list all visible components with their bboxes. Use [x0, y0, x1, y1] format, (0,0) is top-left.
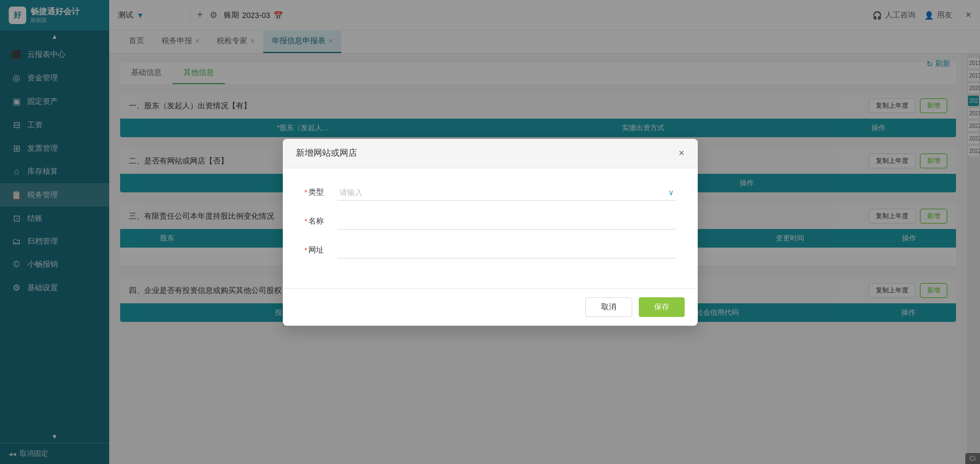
dialog-close-button[interactable]: ×: [679, 148, 685, 159]
url-input[interactable]: [337, 243, 676, 259]
add-website-dialog: 新增网站或网店 × * 类型 ∨ *: [283, 139, 698, 326]
type-input[interactable]: [337, 185, 676, 201]
dialog-title: 新增网站或网店: [296, 148, 357, 159]
form-control-type: ∨: [337, 185, 676, 201]
dialog-body: * 类型 ∨ * 名称: [283, 168, 698, 288]
form-row-type: * 类型 ∨: [305, 185, 676, 201]
form-control-url: [337, 243, 676, 259]
dialog-footer: 取消 保存: [283, 288, 698, 326]
form-row-url: * 网址: [305, 243, 676, 259]
cancel-button[interactable]: 取消: [585, 297, 632, 317]
form-label-type: * 类型: [305, 187, 337, 197]
form-label-name: * 名称: [305, 216, 337, 226]
type-dropdown-arrow[interactable]: ∨: [668, 188, 674, 197]
dialog-overlay[interactable]: 新增网站或网店 × * 类型 ∨ *: [0, 0, 980, 464]
dialog-header: 新增网站或网店 ×: [283, 139, 698, 168]
form-control-name: [337, 214, 676, 230]
type-select-wrapper: ∨: [337, 185, 676, 201]
form-row-name: * 名称: [305, 214, 676, 230]
form-label-url: * 网址: [305, 245, 337, 255]
save-button[interactable]: 保存: [639, 297, 685, 317]
name-input[interactable]: [337, 214, 676, 230]
